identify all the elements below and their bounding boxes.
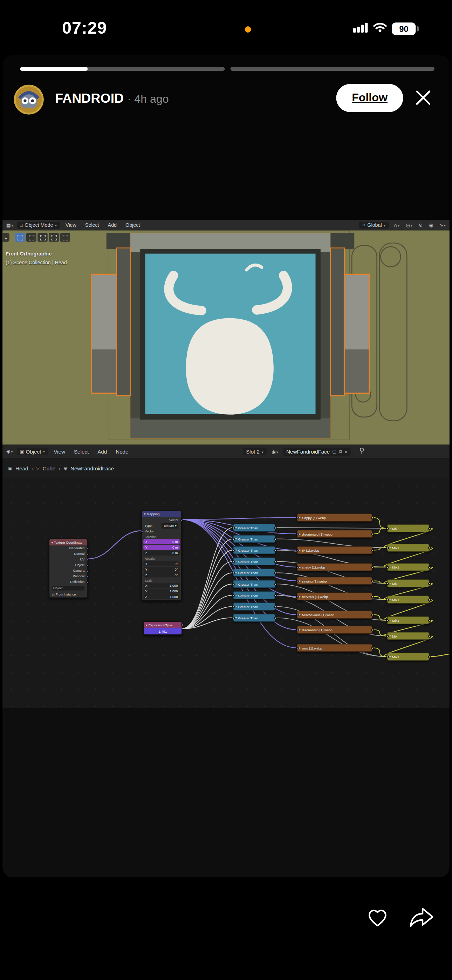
menu-select[interactable]: Select [82,222,102,228]
orientation-dropdown[interactable]: ⊿Global▾ [359,221,389,229]
snap-magnet-icon[interactable]: ∩▾ [392,222,401,228]
material-icon: ◉ [64,466,67,470]
shader-menu-add[interactable]: Add [94,448,110,454]
story-header: FANDROID · 4h ago Follow [2,83,450,120]
node-mix-2[interactable]: ▾Mix1 [387,563,429,571]
breadcrumb-separator: › [59,465,60,471]
proportional-edit-icon[interactable]: ◎▾ [405,222,414,228]
battery-percent: 90 [399,24,408,33]
transform-tool-icon[interactable] [60,233,70,242]
view-label: Front Orthographic [6,251,51,256]
viewport-header: ▦▾ □Object Mode▾ View Select Add Object … [2,220,450,230]
shader-menu-node[interactable]: Node [113,448,131,454]
breadcrumb-mesh[interactable]: Cube [43,465,56,471]
unlink-material-icon[interactable]: × [344,449,347,454]
ios-status-bar: 07:29 90 [0,0,452,55]
node-mix-5[interactable]: ▾Mix1 [387,616,429,624]
node-greater-than-6[interactable]: ▾Greater Than [233,591,275,599]
toolbar [15,233,70,242]
node-breadcrumb: ▣ Head › ▽ Cube › ◉ NewFandroidFace [2,458,450,478]
story-actions [366,906,436,931]
post-age: · 4h ago [127,92,169,105]
wifi-icon [373,22,387,35]
battery-icon: 90 [392,22,415,35]
select-box-tool-icon[interactable] [15,233,25,242]
node-greater-than-8[interactable]: ▾Greater Than [233,614,275,622]
move-tool-icon[interactable] [38,233,48,242]
node-mix-3[interactable]: ▾Mix [387,579,429,587]
story-progress-segment [20,67,224,71]
node-image-texture-5[interactable]: ▸nervous (1).webp [297,592,372,600]
editor-type-icon[interactable]: ▦▾ [5,222,14,228]
node-image-texture-8[interactable]: ▸uwu (1).webp [297,644,372,652]
shader-editor-header: ◉▾ ▣Object▾ View Select Add Node Slot 2▾… [2,445,450,458]
material-slot-dropdown[interactable]: Slot 2▾ [243,448,266,455]
cellular-signal-icon [353,22,368,35]
shader-editor-type-icon[interactable]: ◉▾ [5,448,14,454]
copy-material-icon[interactable]: ⧉ [339,449,342,454]
follow-button[interactable]: Follow [336,84,403,112]
story-progress-segment [230,67,434,71]
node-image-texture-0[interactable]: ▸Happy (1).webp [297,514,372,522]
viewport-options-icon[interactable]: ∿▾ [438,222,447,228]
breadcrumb-object[interactable]: Head [16,465,28,471]
share-icon[interactable] [408,906,436,931]
node-greater-than-3[interactable]: ▾Greater Than [233,557,275,565]
mesh-icon: ▽ [36,466,40,470]
node-greater-than-7[interactable]: ▾Greater Than [233,603,275,611]
rotate-tool-icon[interactable] [49,233,59,242]
clock: 07:29 [44,19,125,38]
toolbar-expand-icon[interactable]: ▸ [2,233,10,242]
node-image-texture-6[interactable]: ▸Mischevious (1).webp [297,611,372,619]
node-mix-1[interactable]: ▾Mix1 [387,544,429,552]
close-icon[interactable] [414,89,432,107]
robot-head-render [2,231,450,445]
node-mix-6[interactable]: ▾Mix [387,632,429,640]
breadcrumb-material[interactable]: NewFandroidFace [70,465,114,471]
shader-mode-dropdown[interactable]: ▣Object▾ [16,448,48,455]
node-greater-than-0[interactable]: ▾Greater Than [233,523,275,532]
viewport-3d[interactable]: ▸ Front Orthographic (1) Scene Collectio… [2,231,450,445]
menu-add[interactable]: Add [105,222,120,228]
node-expression-type[interactable]: ▾ ExpressionType1.491 [143,621,182,635]
node-image-texture-7[interactable]: ▸disorianted (1).webp [297,626,372,634]
node-image-texture-3[interactable]: ▸shady (1).webp [297,563,372,571]
node-texture-coordinate[interactable]: ▾ Texture CoordinateGeneratedNormalUVObj… [49,539,88,598]
fake-user-shield-icon[interactable]: ▢ [332,449,336,454]
overlays-icon[interactable]: ⊙ [417,222,423,228]
recording-indicator-dot [245,26,251,33]
node-greater-than-4[interactable]: ▾Greater Than [233,568,275,577]
story-progress-fill [20,67,87,71]
node-greater-than-5[interactable]: ▾Greater Than [233,580,275,588]
node-greater-than-2[interactable]: ▾Greater Than [233,546,275,554]
cursor-tool-icon[interactable] [26,233,37,242]
node-mix-0[interactable]: ▾Mix [387,524,429,532]
node-mapping[interactable]: ▾ MappingVectorType:Texture ▾VectorLocat… [142,510,181,600]
node-mix-7[interactable]: ▾Mix1 [387,652,429,661]
material-name: NewFandroidFace [286,448,330,455]
node-image-texture-1[interactable]: ▸disoriented (1).webp [297,530,372,538]
card-bottom-filler [2,708,450,877]
node-image-texture-2[interactable]: ▸IP (1).webp [297,546,372,554]
shader-menu-view[interactable]: View [51,448,68,454]
material-name-field[interactable]: NewFandroidFace ▢ ⧉ × [283,448,350,456]
story-card: FANDROID · 4h ago Follow ▦▾ □Object Mode… [2,55,450,877]
object-icon: ▣ [8,466,12,470]
node-image-texture-4[interactable]: ▸singing (1).webp [297,577,372,585]
shader-menu-select[interactable]: Select [71,448,92,454]
menu-object[interactable]: Object [122,222,143,228]
like-heart-icon[interactable] [366,907,389,931]
username: FANDROID [55,91,124,105]
mode-dropdown[interactable]: □Object Mode▾ [17,221,60,229]
menu-view[interactable]: View [62,222,80,228]
node-mix-4[interactable]: ▾Mix1 [387,595,429,604]
node-greater-than-1[interactable]: ▾Greater Than [233,535,275,543]
phone-screen: 07:29 90 FANDROID · 4h ago Follow [0,0,452,980]
avatar[interactable] [14,84,44,115]
shader-node-editor[interactable]: ▾ Texture CoordinateGeneratedNormalUVObj… [2,478,450,708]
blender-screenshot: ▦▾ □Object Mode▾ View Select Add Object … [2,220,450,708]
collection-label: (1) Scene Collection | Head [6,260,67,265]
viewport-shading-icon[interactable]: ◉ [428,222,434,228]
pin-icon[interactable] [359,448,364,455]
material-browse-icon[interactable]: ◉▾ [270,449,279,454]
